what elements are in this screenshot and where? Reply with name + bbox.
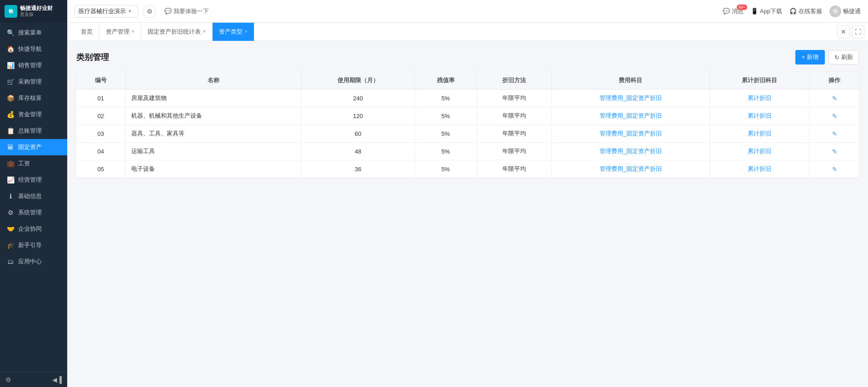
sidebar-label-inventory: 库存核算 <box>18 94 42 102</box>
edit-button[interactable]: ✎ <box>832 113 837 119</box>
sidebar-item-operations[interactable]: 📈 经营管理 <box>0 172 67 188</box>
refresh-label: 刷新 <box>841 53 853 61</box>
sidebar-item-system[interactable]: ⚙ 系统管理 <box>0 204 67 221</box>
col-name: 名称 <box>125 72 302 89</box>
sidebar-header: 畅 畅捷通好业财 普及版 <box>0 0 67 23</box>
customer-service-button[interactable]: 🎧 在线客服 <box>789 7 822 15</box>
page-actions: + 新增 ↻ 刷新 <box>795 50 859 64</box>
tab-asset-type-close[interactable]: × <box>245 29 248 34</box>
sidebar-item-guide[interactable]: 🎓 新手引导 <box>0 237 67 253</box>
sidebar-label-ledger: 总账管理 <box>18 127 42 135</box>
tab-depreciation-table[interactable]: 固定资产折旧统计表 × <box>141 23 213 41</box>
tab-asset-type-label: 资产类型 <box>219 28 243 36</box>
cell-expense: 管理费用_固定资产折旧 <box>552 125 710 143</box>
tab-home[interactable]: 首页 <box>74 23 99 41</box>
sidebar-item-quick-nav[interactable]: 🏠 快捷导航 <box>0 41 67 57</box>
messages-icon: 💬 <box>723 8 730 15</box>
main-area: 医疗器械行业演示 ▼ ⚙ 💬 我要体验一下 💬 消息 99+ 📱 App下载 🎧… <box>67 0 868 387</box>
edit-button[interactable]: ✎ <box>832 148 837 155</box>
new-button[interactable]: + 新增 <box>795 50 825 64</box>
sidebar-item-cooperation[interactable]: 🤝 企业协同 <box>0 221 67 237</box>
sidebar-icon-quick-nav: 🏠 <box>6 45 15 53</box>
sidebar-icon-payroll: 💼 <box>6 160 15 167</box>
sidebar-label-quick-nav: 快捷导航 <box>18 45 42 53</box>
col-action: 操作 <box>810 72 859 89</box>
sidebar-item-payroll[interactable]: 💼 工资 <box>0 155 67 172</box>
cell-period: 60 <box>302 125 415 143</box>
customer-service-label: 在线客服 <box>799 7 822 15</box>
app-logo: 畅 <box>5 5 17 18</box>
cell-name: 器具、工具、家具等 <box>125 125 302 143</box>
messages-button[interactable]: 💬 消息 99+ <box>723 7 744 15</box>
cell-period: 120 <box>302 107 415 125</box>
cell-accum: 累计折旧 <box>709 160 810 178</box>
collapse-icon[interactable]: ◀▐ <box>52 376 62 383</box>
cell-id: 02 <box>76 107 125 125</box>
edit-button[interactable]: ✎ <box>832 95 837 102</box>
sidebar-item-fixed-assets[interactable]: 🏛 固定资产 <box>0 139 67 155</box>
cell-residual: 5% <box>414 160 476 178</box>
table-body: 01 房屋及建筑物 240 5% 年限平均 管理费用_固定资产折旧 累计折旧 ✎… <box>76 89 859 178</box>
tab-asset-type[interactable]: 资产类型 × <box>213 23 254 41</box>
cell-accum: 累计折旧 <box>709 143 810 160</box>
tab-asset-mgmt[interactable]: 资产管理 × <box>99 23 141 41</box>
tabs-actions: ✕ ⛶ <box>837 25 868 38</box>
tab-home-label: 首页 <box>81 28 93 36</box>
company-selector[interactable]: 医疗器械行业演示 ▼ <box>74 5 138 18</box>
refresh-button[interactable]: ↻ 刷新 <box>828 50 859 64</box>
table-row: 05 电子设备 36 5% 年限平均 管理费用_固定资产折旧 累计折旧 ✎ <box>76 160 859 178</box>
tab-depreciation-table-close[interactable]: × <box>203 29 206 34</box>
sidebar-footer: ⚙ ◀▐ <box>0 372 67 387</box>
app-download-label: App下载 <box>760 7 782 15</box>
sidebar: 畅 畅捷通好业财 普及版 🔍 搜索菜单 🏠 快捷导航 📊 销售管理 🛒 采购管理… <box>0 0 67 387</box>
edit-button[interactable]: ✎ <box>832 166 837 173</box>
sidebar-icon-funds: 💰 <box>6 111 15 118</box>
topbar-settings-button[interactable]: ⚙ <box>143 5 156 18</box>
edit-button[interactable]: ✎ <box>832 130 837 137</box>
cell-accum: 累计折旧 <box>709 89 810 107</box>
cell-action: ✎ <box>810 160 859 178</box>
sidebar-item-search[interactable]: 🔍 搜索菜单 <box>0 25 67 41</box>
feedback-icon: 💬 <box>164 8 172 15</box>
page-title: 类别管理 <box>76 52 109 63</box>
cell-expense: 管理费用_固定资产折旧 <box>552 160 710 178</box>
tab-asset-mgmt-label: 资产管理 <box>106 28 129 36</box>
sidebar-item-sales[interactable]: 📊 销售管理 <box>0 57 67 74</box>
category-table: 编号 名称 使用期限（月） 残值率 折旧方法 费用科目 累计折旧科目 操作 01… <box>76 72 859 178</box>
customer-service-icon: 🎧 <box>789 8 797 15</box>
settings-footer-icon[interactable]: ⚙ <box>5 376 11 383</box>
topbar-right: 💬 消息 99+ 📱 App下载 🎧 在线客服 畅 畅捷通 <box>723 5 861 17</box>
cell-method: 年限平均 <box>477 89 552 107</box>
sidebar-item-basic-info[interactable]: ℹ 基础信息 <box>0 188 67 204</box>
app-name: 畅捷通好业财 <box>20 5 53 11</box>
cell-period: 36 <box>302 160 415 178</box>
new-button-label: + 新增 <box>802 53 818 61</box>
sidebar-icon-fixed-assets: 🏛 <box>6 144 15 151</box>
sidebar-icon-purchase: 🛒 <box>6 78 15 85</box>
sidebar-label-system: 系统管理 <box>18 208 42 217</box>
user-profile[interactable]: 畅 畅捷通 <box>829 5 861 17</box>
sidebar-label-basic-info: 基础信息 <box>18 192 42 200</box>
sidebar-item-ledger[interactable]: 📋 总账管理 <box>0 123 67 139</box>
app-download-button[interactable]: 📱 App下载 <box>751 7 782 15</box>
table-row: 02 机器、机械和其他生产设备 120 5% 年限平均 管理费用_固定资产折旧 … <box>76 107 859 125</box>
sidebar-item-purchase[interactable]: 🛒 采购管理 <box>0 74 67 90</box>
sidebar-label-cooperation: 企业协同 <box>18 225 42 233</box>
table-row: 04 运输工具 48 5% 年限平均 管理费用_固定资产折旧 累计折旧 ✎ <box>76 143 859 160</box>
sidebar-item-funds[interactable]: 💰 资金管理 <box>0 106 67 123</box>
tab-depreciation-table-label: 固定资产折旧统计表 <box>148 28 201 36</box>
feedback-button[interactable]: 💬 我要体验一下 <box>164 7 209 15</box>
sidebar-item-apps[interactable]: 🗂 应用中心 <box>0 253 67 270</box>
cell-residual: 5% <box>414 89 476 107</box>
tabs-bar: 首页 资产管理 × 固定资产折旧统计表 × 资产类型 × ✕ ⛶ <box>67 23 868 41</box>
cell-action: ✎ <box>810 107 859 125</box>
cell-id: 05 <box>76 160 125 178</box>
cell-name: 运输工具 <box>125 143 302 160</box>
app-edition: 普及版 <box>20 11 53 18</box>
tab-close-action[interactable]: ✕ <box>837 25 850 38</box>
tab-expand-action[interactable]: ⛶ <box>852 25 864 38</box>
sidebar-icon-search: 🔍 <box>6 29 15 36</box>
sidebar-item-inventory[interactable]: 📦 库存核算 <box>0 90 67 106</box>
col-period: 使用期限（月） <box>302 72 415 89</box>
tab-asset-mgmt-close[interactable]: × <box>132 29 134 34</box>
